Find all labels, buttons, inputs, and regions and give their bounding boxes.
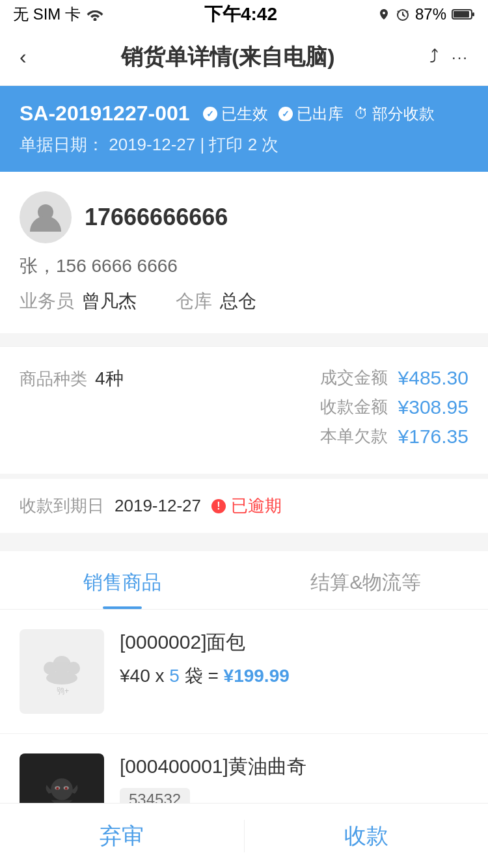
- svg-point-9: [46, 671, 77, 685]
- status-partial-payment: ⏱ 部分收款: [354, 103, 435, 124]
- status-shipped: ✓ 已出库: [278, 103, 344, 124]
- summary-left: 商品种类 4种: [20, 366, 124, 396]
- product-item: 鸮+ [0000002]面包 ¥40 x 5 袋 = ¥199.99: [0, 610, 488, 734]
- clock-icon: ⏱: [354, 105, 368, 122]
- summary-right: 成交金额 ¥485.30 收款金额 ¥308.95 本单欠款 ¥176.35: [320, 366, 468, 454]
- nav-right: ⤴ ···: [429, 47, 468, 68]
- product-thumb-1: 鸮+: [20, 629, 104, 714]
- check-icon-1: ✓: [203, 107, 217, 121]
- product-name-1: [0000002]面包: [120, 629, 468, 656]
- tab-sales-products[interactable]: 销售商品: [0, 551, 244, 609]
- wifi-icon: [86, 8, 104, 21]
- sales-person: 业务员 曾凡杰: [20, 289, 137, 314]
- customer-id: 17666666666: [85, 204, 228, 231]
- status-time: 下午4:42: [204, 2, 277, 27]
- svg-point-0: [94, 18, 97, 21]
- status-activated: ✓ 已生效: [203, 103, 268, 124]
- share-button[interactable]: ⤴: [429, 47, 439, 68]
- battery-icon: [452, 8, 475, 21]
- order-header: SA-20191227-001 ✓ 已生效 ✓ 已出库 ⏱ 部分收款 单据日期：…: [0, 86, 488, 172]
- overdue-badge: ! 已逾期: [211, 495, 282, 517]
- product-info-1: [0000002]面包 ¥40 x 5 袋 = ¥199.99: [120, 629, 468, 714]
- customer-section: 17666666666 张，156 6666 6666 业务员 曾凡杰 仓库 总…: [0, 172, 488, 333]
- sim-label: 无 SIM 卡: [13, 4, 81, 25]
- customer-meta: 业务员 曾凡杰 仓库 总仓: [20, 289, 468, 314]
- svg-rect-3: [454, 11, 469, 18]
- received-amount: 收款金额 ¥308.95: [320, 396, 468, 418]
- order-id: SA-20191227-001: [20, 102, 190, 126]
- status-bar: 无 SIM 卡 下午4:42 87%: [0, 0, 488, 29]
- svg-point-15: [65, 787, 68, 790]
- product-name-2: [000400001]黄油曲奇: [120, 753, 468, 780]
- product-price-1: ¥40 x 5 袋 = ¥199.99: [120, 664, 468, 688]
- status-left: 无 SIM 卡: [13, 4, 104, 25]
- tabs-section: 销售商品 结算&物流等: [0, 546, 488, 610]
- page-title: 销货单详情(来自电脑): [121, 42, 335, 72]
- svg-text:鸮+: 鸮+: [57, 686, 69, 696]
- more-button[interactable]: ···: [452, 48, 468, 66]
- svg-point-11: [51, 778, 72, 800]
- warehouse: 仓库 总仓: [176, 289, 256, 314]
- check-icon-2: ✓: [278, 107, 293, 121]
- bottom-bar: 弃审 收款: [0, 803, 488, 868]
- summary-section: 商品种类 4种 成交金额 ¥485.30 收款金额 ¥308.95 本单欠款 ¥…: [0, 346, 488, 474]
- tabs-row: 销售商品 结算&物流等: [0, 551, 488, 609]
- avatar: [20, 191, 72, 243]
- nav-bar: ‹ 销货单详情(来自电脑) ⤴ ···: [0, 29, 488, 86]
- status-right: 87%: [377, 5, 475, 23]
- nav-left: ‹: [20, 45, 27, 69]
- battery-percent: 87%: [415, 5, 446, 23]
- customer-name: 张，156 6666 6666: [20, 254, 468, 278]
- overdue-dot-icon: !: [211, 499, 226, 513]
- tab-settlement[interactable]: 结算&物流等: [244, 551, 488, 609]
- order-date: 单据日期： 2019-12-27 | 打印 2 次: [20, 133, 468, 156]
- transaction-amount: 成交金额 ¥485.30: [320, 366, 468, 389]
- abandon-review-button[interactable]: 弃审: [0, 808, 244, 864]
- svg-point-14: [56, 787, 59, 790]
- location-icon: [377, 8, 390, 21]
- due-section: 收款到期日 2019-12-27 ! 已逾期: [0, 474, 488, 533]
- svg-rect-4: [472, 12, 474, 16]
- back-button[interactable]: ‹: [20, 45, 27, 69]
- owed-amount: 本单欠款 ¥176.35: [320, 425, 468, 448]
- alarm-icon: [396, 8, 410, 21]
- order-status-tags: ✓ 已生效 ✓ 已出库 ⏱ 部分收款: [203, 103, 435, 124]
- collect-payment-button[interactable]: 收款: [245, 808, 489, 864]
